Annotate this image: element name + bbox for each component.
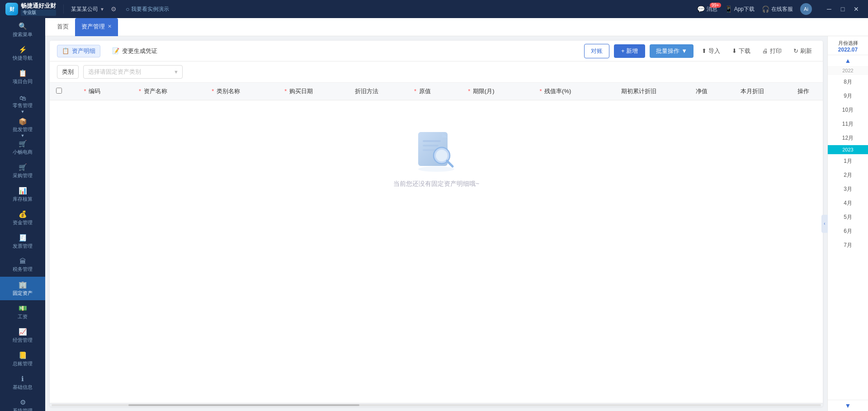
month-item-2023-1[interactable]: 1月 xyxy=(828,154,868,168)
download-icon: ⬇ xyxy=(732,47,737,54)
add-button[interactable]: + 新增 xyxy=(614,44,645,58)
sidebar-item-purchase[interactable]: 🛒 采购管理 xyxy=(0,159,45,183)
toolbar-actions: 对账 + 新增 批量操作 ▼ ⬆ 导入 xyxy=(584,44,816,58)
sidebar-item-label-project: 项目合同 xyxy=(13,79,33,85)
contract-icon: 📋 xyxy=(19,69,27,77)
sidebar-item-operations[interactable]: 📈 经营管理 xyxy=(0,324,45,347)
sidebar-item-label-wholesale: 批发管理 xyxy=(2,127,43,132)
sidebar-item-project[interactable]: 📋 项目合同 xyxy=(0,65,45,89)
month-item-2022-12[interactable]: 12月 xyxy=(828,131,868,145)
month-item-2022-9[interactable]: 9月 xyxy=(828,89,868,103)
reconcile-button[interactable]: 对账 xyxy=(584,44,609,58)
month-item-2023-6[interactable]: 6月 xyxy=(828,224,868,238)
sidebar-item-label-tax: 税务管理 xyxy=(13,266,33,272)
month-item-2023-7[interactable]: 7月 xyxy=(828,238,868,252)
table-header-original-value: * 原值 xyxy=(398,83,447,100)
demo-link[interactable]: ○ 我要看实例演示 xyxy=(126,5,169,13)
online-service-label: 在线客服 xyxy=(771,5,793,13)
window-minimize-button[interactable]: ─ xyxy=(823,3,835,15)
sidebar-item-tax[interactable]: 🏛 税务管理 xyxy=(0,253,45,277)
month-item-2023-4[interactable]: 4月 xyxy=(828,196,868,210)
month-prev-button[interactable]: ▲ xyxy=(828,55,868,66)
table-header-period: * 期限(月) xyxy=(447,83,515,100)
sidebar-item-fixed-assets[interactable]: 🏢 固定资产 xyxy=(0,277,45,300)
settings-icon[interactable]: ⚙ xyxy=(111,5,117,13)
payroll-icon: 💵 xyxy=(19,304,27,312)
sidebar-item-system[interactable]: ⚙ 系统管理 xyxy=(0,394,45,411)
sidebar-item-search[interactable]: 🔍 搜索菜单 xyxy=(0,18,45,42)
sidebar-item-finance[interactable]: 💰 资金管理 xyxy=(0,206,45,230)
scrollbar-thumb[interactable] xyxy=(128,404,359,406)
sidebar-item-basic-info[interactable]: ℹ 基础信息 xyxy=(0,371,45,394)
import-button[interactable]: ⬆ 导入 xyxy=(698,44,724,58)
tab-home-label: 首页 xyxy=(57,23,69,31)
month-selector-panel: ‹ 月份选择 2022.07 ▲ 2022 8月 9月 xyxy=(827,36,868,411)
window-maximize-button[interactable]: □ xyxy=(836,3,849,15)
year-2023-label: 2023 xyxy=(828,145,868,154)
sub-tab-asset-detail[interactable]: 📋 资产明细 xyxy=(57,45,100,57)
tab-asset-management[interactable]: 资产管理 ✕ xyxy=(75,18,118,36)
sidebar-item-label-purchase: 采购管理 xyxy=(13,173,33,179)
horizontal-scrollbar[interactable] xyxy=(50,403,823,406)
message-button[interactable]: 💬 消息 99+ xyxy=(697,5,717,13)
download-button[interactable]: ⬇ 下载 xyxy=(728,44,754,58)
month-panel-expand-button[interactable]: ‹ xyxy=(821,215,828,233)
sidebar-item-label-fixed-assets: 固定资产 xyxy=(13,290,33,296)
main-panel: 📋 资产明细 📝 变更生成凭证 对账 + 新增 xyxy=(50,41,823,406)
empty-state: 当前您还没有固定资产明细哦~ xyxy=(50,100,823,215)
month-next-button[interactable]: ▼ xyxy=(828,400,868,411)
change-voucher-tab-label: 变更生成凭证 xyxy=(122,47,157,55)
asset-table: * 编码 * 资产名称 * 类别名称 xyxy=(50,83,823,100)
app-download-button[interactable]: 📱 App下载 xyxy=(725,5,755,13)
sidebar: 🔍 搜索菜单 ⚡ 快捷导航 📋 项目合同 🛍 零售管理 ▼ 📦 批发管理 ▼ 🛒… xyxy=(0,18,45,411)
category-dropdown-icon[interactable]: ▼ xyxy=(170,69,182,75)
content-area: 首页 资产管理 ✕ 📋 资产明细 📝 变更生成凭证 xyxy=(45,18,868,411)
month-item-2023-2[interactable]: 2月 xyxy=(828,168,868,182)
sub-tabs: 📋 资产明细 📝 变更生成凭证 对账 + 新增 xyxy=(50,41,823,61)
sidebar-item-label-ledger: 总账管理 xyxy=(13,361,33,367)
month-item-2023-3[interactable]: 3月 xyxy=(828,182,868,196)
table-header-operation: 操作 xyxy=(784,83,823,100)
topbar: 财 畅捷通好业财 专业版 某某某公司 ▼ ⚙ ○ 我要看实例演示 💬 消息 99… xyxy=(0,0,868,18)
sidebar-item-retail[interactable]: 🛍 零售管理 ▼ xyxy=(0,89,45,112)
user-avatar[interactable]: Ai xyxy=(800,3,812,15)
company-selector[interactable]: 某某某公司 ▼ xyxy=(71,5,104,13)
sidebar-item-ecommerce[interactable]: 🛒 小畅电商 xyxy=(0,136,45,159)
sidebar-item-ledger[interactable]: 📒 总账管理 xyxy=(0,347,45,371)
demo-text: 我要看实例演示 xyxy=(131,5,169,13)
lightning-icon: ⚡ xyxy=(19,46,27,54)
fixed-assets-icon: 🏢 xyxy=(19,281,27,289)
tab-close-icon[interactable]: ✕ xyxy=(108,24,112,29)
retail-icon: 🛍 xyxy=(19,94,26,102)
month-item-2022-8[interactable]: 8月 xyxy=(828,75,868,89)
batch-label: 批量操作 xyxy=(656,47,679,55)
sidebar-item-quick-nav[interactable]: ⚡ 快捷导航 xyxy=(0,42,45,65)
table-header-category: * 类别名称 xyxy=(189,83,262,100)
topbar-right: 💬 消息 99+ 📱 App下载 🎧 在线客服 Ai ─ □ ✕ xyxy=(697,3,863,15)
sidebar-item-label-payroll: 工资 xyxy=(18,314,28,320)
sub-tab-change-voucher[interactable]: 📝 变更生成凭证 xyxy=(108,45,162,57)
sidebar-item-payroll[interactable]: 💵 工资 xyxy=(0,300,45,324)
window-close-button[interactable]: ✕ xyxy=(850,3,863,15)
online-service-button[interactable]: 🎧 在线客服 xyxy=(762,5,793,13)
sidebar-item-inventory[interactable]: 📊 库存核算 xyxy=(0,183,45,206)
sidebar-item-wholesale[interactable]: 📦 批发管理 ▼ xyxy=(0,112,45,136)
select-all-checkbox[interactable] xyxy=(56,88,62,94)
asset-detail-tab-label: 资产明细 xyxy=(72,47,95,55)
headset-icon: 🎧 xyxy=(762,5,769,13)
sidebar-item-invoice[interactable]: 🧾 发票管理 xyxy=(0,230,45,253)
table-header-monthly-depreciation: 本月折旧 xyxy=(721,83,784,100)
batch-button[interactable]: 批量操作 ▼ xyxy=(650,44,693,58)
sidebar-item-label-invoice: 发票管理 xyxy=(13,243,33,249)
month-item-2023-5[interactable]: 5月 xyxy=(828,210,868,224)
month-item-2022-10[interactable]: 10月 xyxy=(828,103,868,117)
print-button[interactable]: 🖨 打印 xyxy=(759,44,785,58)
refresh-button[interactable]: ↻ 刷新 xyxy=(790,44,816,58)
message-icon: 💬 xyxy=(697,5,705,13)
year-2022-label: 2022 xyxy=(828,66,868,75)
tab-home[interactable]: 首页 xyxy=(51,18,75,36)
month-item-2022-11[interactable]: 11月 xyxy=(828,117,868,131)
page-content: 📋 资产明细 📝 变更生成凭证 对账 + 新增 xyxy=(45,36,868,411)
category-filter[interactable]: 类别 xyxy=(57,65,79,79)
download-label: 下载 xyxy=(739,47,750,55)
